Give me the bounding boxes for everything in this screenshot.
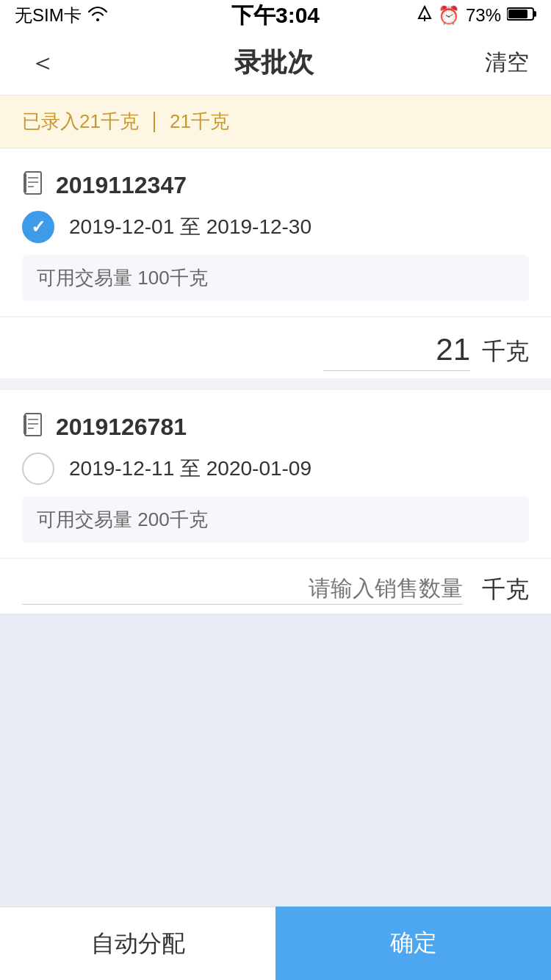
summary-divider bbox=[154, 112, 155, 132]
status-right: ⏰ 73% bbox=[417, 5, 536, 26]
alarm-icon: ⏰ bbox=[438, 5, 460, 26]
batch-2-date: 2019-12-11 至 2020-01-09 bbox=[69, 455, 311, 483]
total-label: 21千克 bbox=[170, 109, 229, 134]
section-separator-1 bbox=[0, 378, 551, 390]
batch-1-quantity-value: 21 bbox=[436, 332, 470, 367]
wifi-icon bbox=[87, 5, 108, 26]
status-bar: 无SIM卡 下午3:04 ⏰ 73% bbox=[0, 0, 551, 31]
confirm-label: 确定 bbox=[390, 927, 437, 959]
bottom-bar: 自动分配 确定 bbox=[0, 907, 551, 980]
svg-rect-3 bbox=[25, 172, 41, 194]
batch-card-1: 2019112347 2019-12-01 至 2019-12-30 可用交易量… bbox=[0, 148, 551, 316]
nav-bar: ＜ 录批次 清空 bbox=[0, 31, 551, 96]
back-button[interactable]: ＜ bbox=[22, 37, 63, 88]
batch-2-unit: 千克 bbox=[482, 574, 529, 606]
recorded-label: 已录入21千克 bbox=[22, 109, 139, 134]
svg-rect-12 bbox=[24, 415, 26, 434]
auto-distribute-button[interactable]: 自动分配 bbox=[0, 907, 276, 980]
batch-1-radio[interactable] bbox=[22, 211, 54, 243]
batch-2-availability: 可用交易量 200千克 bbox=[22, 497, 529, 543]
svg-rect-8 bbox=[25, 414, 41, 436]
batch-1-availability: 可用交易量 100千克 bbox=[22, 255, 529, 301]
location-icon bbox=[417, 5, 432, 26]
batch-2-radio[interactable] bbox=[22, 453, 54, 485]
svg-rect-1 bbox=[533, 11, 536, 17]
batch-1-id: 2019112347 bbox=[56, 172, 187, 199]
batch-2-date-row: 2019-12-11 至 2020-01-09 bbox=[22, 453, 529, 485]
batch-1-quantity-display: 21 bbox=[323, 332, 470, 371]
status-left: 无SIM卡 bbox=[15, 4, 108, 27]
clear-button[interactable]: 清空 bbox=[485, 48, 529, 78]
batch-1-unit: 千克 bbox=[482, 336, 529, 368]
batch-2-icon bbox=[22, 412, 47, 442]
batch-1-icon bbox=[22, 170, 47, 201]
batch-1-header: 2019112347 bbox=[22, 170, 529, 201]
batch-card-2: 2019126781 2019-12-11 至 2020-01-09 可用交易量… bbox=[0, 390, 551, 558]
page-title: 录批次 bbox=[234, 45, 314, 81]
svg-rect-2 bbox=[508, 10, 527, 18]
summary-banner: 已录入21千克 21千克 bbox=[0, 96, 551, 148]
confirm-button[interactable]: 确定 bbox=[276, 907, 551, 980]
status-time: 下午3:04 bbox=[231, 1, 320, 31]
carrier-text: 无SIM卡 bbox=[15, 4, 82, 27]
batch-2-quantity-input[interactable] bbox=[22, 576, 463, 601]
batch-1-quantity-row: 21 千克 bbox=[0, 317, 551, 378]
auto-distribute-label: 自动分配 bbox=[91, 928, 185, 960]
batch-2-input-row: 千克 bbox=[0, 559, 551, 613]
batch-2-header: 2019126781 bbox=[22, 412, 529, 442]
gray-area bbox=[0, 613, 551, 907]
content-area: 2019112347 2019-12-01 至 2019-12-30 可用交易量… bbox=[0, 148, 551, 980]
battery-text: 73% bbox=[466, 5, 501, 26]
batch-1-date: 2019-12-01 至 2019-12-30 bbox=[69, 213, 311, 241]
svg-rect-7 bbox=[24, 173, 26, 192]
batch-1-date-row: 2019-12-01 至 2019-12-30 bbox=[22, 211, 529, 243]
batch-2-id: 2019126781 bbox=[56, 414, 187, 441]
battery-icon bbox=[507, 5, 536, 26]
